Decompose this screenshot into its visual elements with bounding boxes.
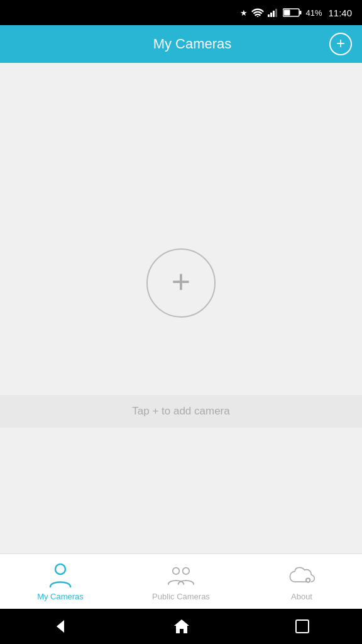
svg-rect-3 xyxy=(273,11,275,17)
svg-point-9 xyxy=(173,568,180,575)
add-icon-header: + xyxy=(336,36,345,51)
system-nav-bar xyxy=(0,609,362,644)
tap-hint-bar: Tap + to add camera xyxy=(0,395,362,428)
nav-label-about: About xyxy=(291,592,312,601)
home-button[interactable] xyxy=(173,618,190,635)
svg-point-10 xyxy=(183,568,190,575)
svg-rect-2 xyxy=(270,13,272,17)
app-bar: My Cameras + xyxy=(0,25,362,63)
svg-point-12 xyxy=(307,579,309,582)
svg-rect-7 xyxy=(284,10,290,16)
status-time: 11:40 xyxy=(328,8,352,18)
my-cameras-icon xyxy=(47,562,74,589)
battery-percent: 41% xyxy=(305,8,322,18)
public-cameras-icon xyxy=(167,562,195,589)
nav-item-my-cameras[interactable]: My Cameras xyxy=(0,554,121,609)
bottom-nav: My Cameras Public Cameras About xyxy=(0,553,362,609)
svg-rect-1 xyxy=(268,14,270,17)
svg-rect-4 xyxy=(275,9,277,17)
svg-marker-14 xyxy=(174,619,189,633)
wifi-icon xyxy=(251,8,264,17)
star-icon: ★ xyxy=(240,8,248,18)
add-icon-circle: + xyxy=(172,265,190,298)
battery-icon xyxy=(283,8,302,17)
svg-marker-13 xyxy=(57,620,64,633)
add-camera-circle-button[interactable]: + xyxy=(146,248,216,318)
tap-hint-text: Tap + to add camera xyxy=(132,405,229,417)
add-camera-area: + xyxy=(0,63,362,553)
back-button[interactable] xyxy=(52,618,69,635)
status-bar: ★ 41% xyxy=(0,0,362,25)
nav-label-my-cameras: My Cameras xyxy=(37,592,84,601)
main-content: + Tap + to add camera xyxy=(0,63,362,553)
svg-rect-15 xyxy=(296,620,309,633)
about-icon xyxy=(288,562,315,589)
svg-point-0 xyxy=(257,16,259,18)
svg-point-8 xyxy=(55,564,65,574)
svg-rect-6 xyxy=(300,11,302,14)
app-bar-title: My Cameras xyxy=(55,36,329,52)
nav-item-about[interactable]: About xyxy=(241,554,362,609)
add-camera-header-button[interactable]: + xyxy=(329,33,352,55)
signal-icon xyxy=(268,8,279,17)
recents-button[interactable] xyxy=(294,618,310,635)
nav-label-public-cameras: Public Cameras xyxy=(152,592,210,601)
nav-item-public-cameras[interactable]: Public Cameras xyxy=(121,554,241,609)
